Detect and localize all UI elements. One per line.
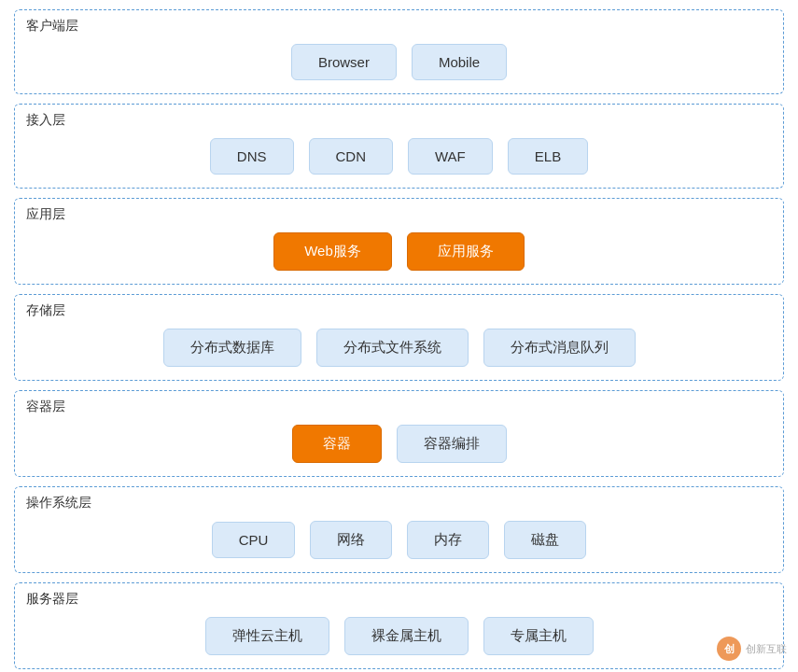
watermark-icon: 创 — [717, 637, 741, 661]
chip-mobile[interactable]: Mobile — [412, 44, 507, 80]
layer-label-storage-layer: 存储层 — [26, 302, 772, 319]
layer-label-os-layer: 操作系统层 — [26, 495, 772, 511]
chip-dist-mq[interactable]: 分布式消息队列 — [483, 329, 636, 367]
chip-elastic-vm[interactable]: 弹性云主机 — [205, 617, 329, 655]
chip-disk[interactable]: 磁盘 — [504, 521, 586, 559]
layer-client-layer: 客户端层BrowserMobile — [14, 9, 784, 94]
chip-web-service[interactable]: Web服务 — [273, 232, 392, 271]
layer-items-access-layer: DNSCDNWAFELB — [26, 138, 772, 175]
layer-items-server-layer: 弹性云主机裸金属主机专属主机 — [26, 617, 772, 655]
layer-app-layer: 应用层Web服务应用服务 — [14, 198, 784, 285]
layer-items-os-layer: CPU网络内存磁盘 — [26, 521, 772, 559]
chip-browser[interactable]: Browser — [291, 44, 397, 80]
chip-dist-db[interactable]: 分布式数据库 — [163, 329, 301, 367]
chip-container-orchestration[interactable]: 容器编排 — [397, 425, 507, 463]
layer-access-layer: 接入层DNSCDNWAFELB — [14, 104, 784, 189]
layer-label-server-layer: 服务器层 — [26, 591, 772, 608]
chip-network[interactable]: 网络 — [310, 521, 392, 559]
chip-dedicated[interactable]: 专属主机 — [483, 617, 594, 655]
layer-server-layer: 服务器层弹性云主机裸金属主机专属主机 — [14, 582, 784, 669]
chip-bare-metal[interactable]: 裸金属主机 — [344, 617, 469, 655]
layer-items-app-layer: Web服务应用服务 — [26, 232, 772, 271]
layer-items-client-layer: BrowserMobile — [26, 44, 772, 80]
layer-label-client-layer: 客户端层 — [26, 18, 772, 35]
chip-cdn[interactable]: CDN — [309, 138, 394, 175]
layer-container-layer: 容器层容器容器编排 — [14, 390, 784, 477]
watermark: 创 创新互联 — [717, 637, 787, 661]
chip-container[interactable]: 容器 — [292, 425, 382, 463]
layer-items-container-layer: 容器容器编排 — [26, 425, 772, 463]
layer-storage-layer: 存储层分布式数据库分布式文件系统分布式消息队列 — [14, 294, 784, 381]
chip-app-service[interactable]: 应用服务 — [407, 232, 525, 271]
chip-dist-fs[interactable]: 分布式文件系统 — [316, 329, 469, 367]
chip-dns[interactable]: DNS — [210, 138, 294, 175]
chip-cpu[interactable]: CPU — [212, 522, 296, 558]
watermark-text: 创新互联 — [746, 642, 787, 656]
layers-container: 客户端层BrowserMobile接入层DNSCDNWAFELB应用层Web服务… — [14, 9, 784, 669]
layer-label-container-layer: 容器层 — [26, 399, 772, 415]
layer-os-layer: 操作系统层CPU网络内存磁盘 — [14, 486, 784, 573]
layer-label-app-layer: 应用层 — [26, 206, 772, 223]
layer-label-access-layer: 接入层 — [26, 112, 772, 129]
chip-memory[interactable]: 内存 — [407, 521, 489, 559]
layer-items-storage-layer: 分布式数据库分布式文件系统分布式消息队列 — [26, 329, 772, 367]
chip-elb[interactable]: ELB — [508, 138, 588, 175]
chip-waf[interactable]: WAF — [408, 138, 493, 175]
